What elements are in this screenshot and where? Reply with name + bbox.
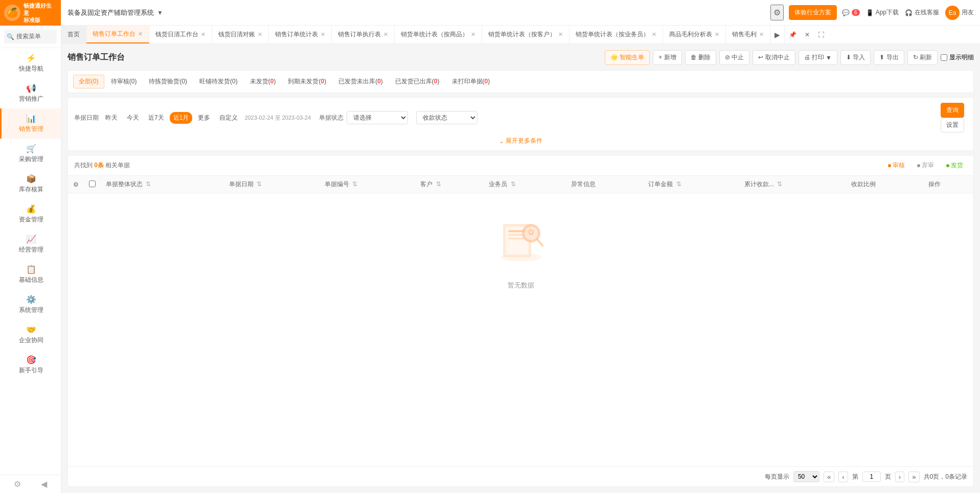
date-btn-today[interactable]: 今天 [123, 112, 143, 124]
sub-tab-pending-inspect[interactable]: 待拣货验货(0) [143, 75, 193, 88]
sort-collected-icon[interactable]: ⇅ [777, 181, 782, 188]
tab-sales-profit[interactable]: 销售毛利 ✕ [726, 26, 770, 43]
tab-pin-button[interactable]: 📌 [785, 26, 801, 43]
user-menu-button[interactable]: Ea 用友 [945, 6, 974, 20]
smart-create-button[interactable]: 🌟 智能生单 [605, 50, 650, 65]
sort-staff-icon[interactable]: ⇅ [511, 181, 516, 188]
sidebar-item-basic[interactable]: 📋 基础信息 [0, 259, 61, 289]
sidebar-item-sales[interactable]: 📊 销售管理 [0, 108, 61, 139]
tab-cash-reconcile[interactable]: 钱货日清对账 ✕ [212, 26, 269, 43]
date-btn-more[interactable]: 更多 [194, 112, 214, 124]
page-size-select[interactable]: 50 10 20 100 [793, 471, 819, 482]
ship-action-button[interactable]: 发货 [942, 160, 967, 171]
print-button[interactable]: 🖨 打印 ▼ [799, 50, 837, 65]
tab-sales-summary-staff[interactable]: 销货单统计表（按业务员） ✕ [569, 26, 663, 43]
tab-home[interactable]: 首页 [61, 26, 86, 43]
tab-close-sales-stat[interactable]: ✕ [321, 31, 325, 38]
tab-sales-order[interactable]: 销售订单工作台 ✕ [86, 26, 149, 43]
sub-tab-shipped-not-out[interactable]: 已发货未出库(0) [333, 75, 389, 88]
tab-sales-summary-product[interactable]: 销货单统计表（按商品） ✕ [395, 26, 482, 43]
tab-maximize[interactable]: ⛶ [814, 26, 828, 43]
tab-sales-stat[interactable]: 销售订单统计表 ✕ [269, 26, 332, 43]
sidebar-item-guide[interactable]: 🎯 新手引导 [0, 350, 61, 380]
tab-close-all[interactable]: ✕ [801, 26, 814, 43]
settings-button[interactable]: ⚙ [14, 479, 21, 489]
tab-sales-exec[interactable]: 销售订单执行表 ✕ [332, 26, 395, 43]
sidebar-item-system[interactable]: ⚙️ 系统管理 [0, 289, 61, 320]
stop-button[interactable]: ⊘ 中止 [719, 50, 749, 65]
tab-close-sales-order[interactable]: ✕ [138, 31, 143, 37]
system-dropdown-button[interactable]: ▼ [157, 9, 163, 16]
sub-tab-not-printed[interactable]: 未打印单据(0) [446, 75, 496, 88]
payment-status-select[interactable]: 收款状态 [416, 111, 477, 124]
sub-tab-pending-audit[interactable]: 待审核(0) [105, 75, 143, 88]
cancel-stop-button[interactable]: ↩ 取消中止 [753, 50, 795, 65]
next-page-button[interactable]: › [895, 472, 904, 482]
collapse-button[interactable]: ◀ [41, 479, 47, 489]
export-button[interactable]: ⬆ 导出 [874, 50, 904, 65]
th-amount: 订单金额 ⇅ [643, 176, 739, 193]
th-action: 操作 [923, 176, 973, 193]
solution-button[interactable]: 体验行业方案 [789, 5, 837, 20]
show-detail-label[interactable]: 显示明细 [941, 53, 974, 62]
tab-scroll-right[interactable]: ▶ [770, 26, 785, 43]
tab-close-sales-profit[interactable]: ✕ [759, 31, 764, 38]
th-settings[interactable]: ⚙ [68, 176, 84, 193]
tab-sales-summary-customer[interactable]: 销货单统计表（按客户） ✕ [482, 26, 569, 43]
search-menu-button[interactable]: 🔍 搜索菜单 [4, 30, 57, 43]
tab-close-summary-customer[interactable]: ✕ [558, 31, 563, 38]
gear-button[interactable]: ⚙ [770, 5, 784, 20]
date-btn-7days[interactable]: 近7天 [145, 112, 168, 124]
select-all-checkbox[interactable] [89, 181, 96, 187]
app-download-button[interactable]: 📱 App下载 [866, 8, 899, 17]
sort-status-icon[interactable]: ⇅ [146, 181, 151, 188]
status-select[interactable]: 请选择 [347, 111, 408, 124]
add-button[interactable]: + 新增 [653, 50, 681, 65]
tab-close-gross-profit[interactable]: ✕ [715, 31, 719, 38]
sidebar-item-quick-nav[interactable]: ⚡ 快捷导航 [0, 48, 61, 78]
import-button[interactable]: ⬇ 导入 [840, 50, 871, 65]
sub-tab-expired-not-shipped[interactable]: 到期未发货(0) [282, 75, 332, 88]
sub-tab-not-shipped[interactable]: 未发货(0) [244, 75, 282, 88]
sort-date-icon[interactable]: ⇅ [257, 181, 262, 188]
cancel-audit-action-button[interactable]: 弃审 [913, 160, 938, 171]
sort-customer-icon[interactable]: ⇅ [436, 181, 441, 188]
last-page-button[interactable]: » [908, 472, 919, 482]
sort-number-icon[interactable]: ⇅ [352, 181, 357, 188]
sub-tab-shipped-out[interactable]: 已发货已出库(0) [390, 75, 445, 88]
tab-close-summary-product[interactable]: ✕ [471, 31, 475, 38]
message-button[interactable]: 💬 6 💬 [842, 9, 860, 16]
sub-tab-all[interactable]: 全部(0) [73, 75, 104, 88]
prev-page-button[interactable]: ‹ [838, 472, 848, 482]
sidebar-item-finance[interactable]: 💰 资金管理 [0, 199, 61, 229]
tab-gross-profit[interactable]: 商品毛利分析表 ✕ [663, 26, 726, 43]
page-input[interactable] [862, 472, 881, 482]
table-actions: 审核 弃审 发货 [884, 160, 967, 171]
refresh-button[interactable]: ↻ 刷新 [907, 50, 938, 65]
expand-filter-button[interactable]: ⌄ 展开更多条件 [499, 137, 542, 145]
tab-cash-daily[interactable]: 钱货日清工作台 ✕ [149, 26, 212, 43]
audit-action-button[interactable]: 审核 [884, 160, 909, 171]
show-detail-checkbox[interactable] [941, 54, 947, 61]
delete-button[interactable]: 🗑 删除 [685, 50, 716, 65]
sidebar-item-inventory[interactable]: 📦 库存核算 [0, 169, 61, 199]
th-checkbox[interactable] [84, 176, 101, 193]
date-btn-custom[interactable]: 自定义 [216, 112, 241, 124]
sub-tab-wangpu-ship[interactable]: 旺铺待发货(0) [194, 75, 243, 88]
filter-row: 单据日期 昨天 今天 近7天 近1月 更多 自定义 2023-02-24 至 2… [74, 103, 967, 132]
sidebar-item-purchase[interactable]: 🛒 采购管理 [0, 139, 61, 169]
settings-filter-button[interactable]: 设置 [941, 118, 964, 132]
date-btn-yesterday[interactable]: 昨天 [102, 112, 121, 124]
sidebar-item-operations[interactable]: 📈 经营管理 [0, 229, 61, 259]
query-button[interactable]: 查询 [941, 103, 964, 118]
sidebar-item-marketing[interactable]: 📢 营销推广 [0, 78, 61, 108]
first-page-button[interactable]: « [824, 472, 834, 482]
tab-close-sales-exec[interactable]: ✕ [383, 31, 388, 38]
tab-close-cash-daily[interactable]: ✕ [201, 31, 206, 38]
online-service-button[interactable]: 🎧 在线客服 [905, 8, 939, 17]
sidebar-item-enterprise[interactable]: 🤝 企业协同 [0, 320, 61, 350]
sort-amount-icon[interactable]: ⇅ [676, 181, 681, 188]
date-btn-1month[interactable]: 近1月 [170, 112, 193, 124]
tab-close-cash-reconcile[interactable]: ✕ [258, 31, 262, 38]
tab-close-summary-staff[interactable]: ✕ [652, 31, 656, 38]
